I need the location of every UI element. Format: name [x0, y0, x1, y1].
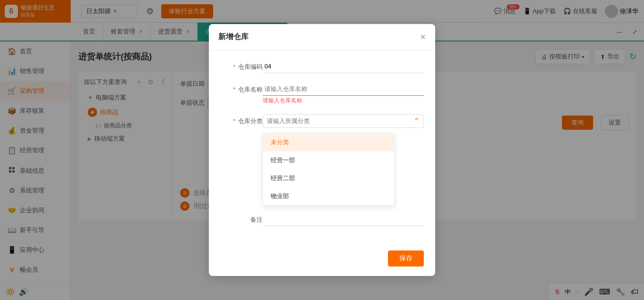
name-required-marker: * — [233, 86, 235, 93]
category-label: * 仓库分类 — [220, 114, 263, 125]
code-label-text: 仓库编码 — [238, 63, 263, 70]
dropdown-item-property[interactable]: 物业部 — [263, 187, 394, 205]
dropdown-item-operations-2[interactable]: 经营二部 — [263, 169, 394, 187]
category-label-text: 仓库分类 — [238, 117, 263, 125]
dropdown-item-uncategorized[interactable]: 未分类 — [263, 133, 394, 151]
category-control: ⌃ 未分类 经营一部 经营二部 物业部 — [263, 114, 424, 128]
category-dropdown: 未分类 经营一部 经营二部 物业部 — [263, 133, 395, 206]
name-label: * 仓库名称 — [220, 83, 263, 94]
name-control: 请输入仓库名称 — [263, 83, 424, 105]
modal-body: * 仓库编码 * 仓库名称 请输入仓库名称 * 仓库分类 — [209, 50, 435, 245]
save-button[interactable]: 保存 — [388, 250, 424, 267]
category-input-wrap: ⌃ — [263, 114, 424, 128]
name-label-text: 仓库名称 — [238, 86, 263, 93]
form-row-code: * 仓库编码 — [220, 60, 424, 73]
required-marker: * — [233, 63, 235, 70]
notes-input[interactable] — [263, 213, 424, 226]
modal-title: 新增仓库 — [218, 32, 248, 42]
notes-label-text: 备注 — [250, 216, 263, 223]
notes-control — [263, 213, 424, 226]
category-toggle-icon[interactable]: ⌃ — [413, 117, 420, 125]
name-error-message: 请输入仓库名称 — [263, 97, 424, 105]
add-warehouse-modal: 新增仓库 × * 仓库编码 * 仓库名称 请输入仓库名称 — [209, 24, 435, 276]
modal-header: 新增仓库 × — [209, 24, 435, 50]
dropdown-item-operations-1[interactable]: 经营一部 — [263, 151, 394, 169]
code-label: * 仓库编码 — [220, 60, 263, 71]
warehouse-name-input[interactable] — [263, 83, 424, 96]
notes-label: 备注 — [220, 213, 263, 224]
category-required-marker: * — [233, 117, 235, 125]
warehouse-code-input[interactable] — [263, 60, 424, 73]
category-input[interactable] — [267, 117, 413, 125]
form-row-notes: 备注 — [220, 213, 424, 226]
modal-close-icon[interactable]: × — [420, 32, 426, 42]
form-row-category: * 仓库分类 ⌃ 未分类 经营一部 经营二部 物业部 — [220, 114, 424, 128]
form-row-name: * 仓库名称 请输入仓库名称 — [220, 83, 424, 105]
code-control — [263, 60, 424, 73]
modal-footer: 保存 — [209, 245, 435, 276]
